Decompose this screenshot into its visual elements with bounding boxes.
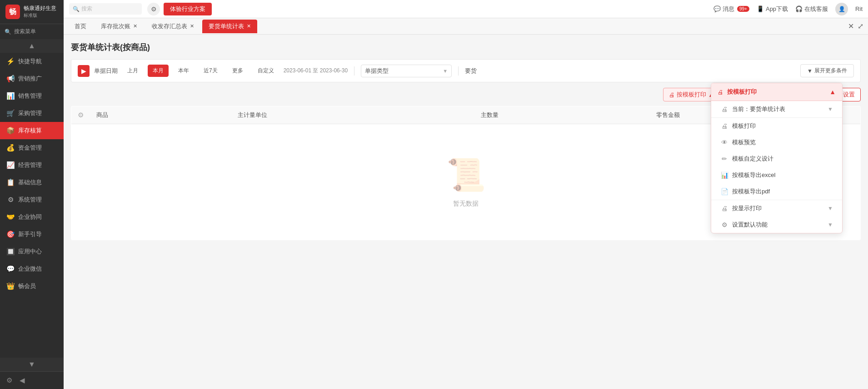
messages-badge: 99+	[737, 6, 749, 12]
table-header-主数量: 主数量	[474, 106, 650, 124]
dropdown-label-模板预览: 模板预览	[732, 138, 756, 147]
tab-收发存汇总表[interactable]: 收发存汇总表 ✕	[145, 20, 200, 33]
order-type-select[interactable]: 单据类型 ▼	[361, 65, 452, 77]
online-service-button[interactable]: 🎧 在线客服	[795, 5, 828, 13]
nav-icon-畅会员: 👑	[6, 282, 15, 290]
filter-expand-button[interactable]: ▶	[78, 65, 90, 77]
dropdown-label-按模板导出excel: 按模板导出excel	[732, 171, 775, 179]
date-filter-label: 单据日期	[94, 67, 118, 75]
avatar[interactable]: 👤	[835, 3, 848, 15]
dropdown-item-设置默认功能[interactable]: ⚙ 设置默认功能 ▼	[711, 217, 842, 233]
print-dropdown-panel: 🖨 按模板打印 ▲ 🖨 当前：要货单统计表 ▼ 🖨 模板打印 👁 模板预览 ✏ …	[711, 83, 843, 233]
sidebar-item-新手引导[interactable]: 🎯 新手引导	[0, 226, 64, 243]
sidebar: 畅 畅康通好生意 标准版 🔍 搜索菜单 ▲ ⚡ 快捷导航 📢 营销推广 📊 销售…	[0, 0, 64, 389]
sidebar-scroll-up[interactable]: ▲	[0, 39, 64, 53]
dropdown-label-设置默认功能: 设置默认功能	[732, 221, 768, 229]
date-btn-本月[interactable]: 本月	[148, 65, 169, 77]
sidebar-item-营销推广[interactable]: 📢 营销推广	[0, 70, 64, 87]
tab-库存批次账[interactable]: 库存批次账 ✕	[95, 20, 144, 33]
messages-label: 消息	[723, 5, 734, 13]
sidebar-search-label: 搜索菜单	[14, 28, 36, 35]
sidebar-item-采购管理[interactable]: 🛒 采购管理	[0, 105, 64, 122]
messages-button[interactable]: 💬 消息 99+	[713, 5, 749, 13]
print-template-label: 按模板打印	[677, 91, 706, 99]
expand-label: 展开更多条件	[814, 67, 847, 75]
dropdown-icon-模板预览: 👁	[720, 139, 728, 146]
dropdown-item-按显示打印[interactable]: 🖨 按显示打印 ▼	[711, 200, 842, 217]
sidebar-item-快捷导航[interactable]: ⚡ 快捷导航	[0, 53, 64, 70]
page-content: 要货单统计表(按商品) ▶ 单据日期 上月 本月 本年 近7天 更多 自定义 2…	[64, 35, 868, 389]
nav-icon-资金管理: 💰	[6, 144, 15, 152]
nav-icon-库存核算: 📦	[6, 126, 15, 135]
collapse-icon[interactable]: ◀	[20, 376, 25, 384]
empty-illustration: 📜	[446, 156, 486, 193]
date-btn-本年[interactable]: 本年	[173, 65, 194, 77]
sidebar-item-企业微信[interactable]: 💬 企业微信	[0, 260, 64, 278]
avatar-placeholder: 👤	[838, 6, 845, 12]
sidebar-item-应用中心[interactable]: 🔲 应用中心	[0, 243, 64, 260]
trial-button[interactable]: 体验行业方案	[164, 3, 212, 15]
filter-row-1: ▶ 单据日期 上月 本月 本年 近7天 更多 自定义 2023-06-01 至 …	[78, 64, 854, 77]
date-btn-自定义[interactable]: 自定义	[253, 65, 279, 77]
tab-首页[interactable]: 首页	[68, 20, 93, 33]
dropdown-current-icon: 🖨	[720, 106, 728, 113]
app-download-button[interactable]: 📱 App下载	[757, 5, 788, 13]
sidebar-search[interactable]: 🔍 搜索菜单	[0, 24, 64, 39]
date-btn-更多[interactable]: 更多	[227, 65, 248, 77]
main-content: 🔍 搜索 ⚙ 体验行业方案 💬 消息 99+ 📱 App下载 🎧 在线客服 👤	[64, 0, 868, 389]
nav-label-经营管理: 经营管理	[18, 161, 42, 169]
dropdown-item-按模板导出excel[interactable]: 📊 按模板导出excel	[711, 167, 842, 183]
dropdown-item-模板预览[interactable]: 👁 模板预览	[711, 134, 842, 151]
sidebar-item-销售管理[interactable]: 📊 销售管理	[0, 87, 64, 105]
dropdown-item-模板打印[interactable]: 🖨 模板打印	[711, 118, 842, 134]
nav-label-快捷导航: 快捷导航	[18, 57, 42, 66]
online-service-label: 在线客服	[804, 5, 828, 13]
tab-expand-icon[interactable]: ⤢	[858, 22, 863, 30]
sidebar-item-资金管理[interactable]: 💰 资金管理	[0, 139, 64, 157]
tab-close-window-icon[interactable]: ✕	[848, 22, 854, 30]
dropdown-icon-设置默认功能: ⚙	[720, 221, 728, 228]
yaohuo-filter-label: 要货	[465, 67, 477, 75]
nav-label-新手引导: 新手引导	[18, 230, 42, 238]
tab-close-库存批次账[interactable]: ✕	[133, 23, 137, 29]
dropdown-label-模板自定义设计: 模板自定义设计	[732, 155, 773, 163]
filter-divider-2	[458, 66, 459, 76]
headset-icon: 🎧	[795, 5, 803, 12]
sidebar-scroll-down[interactable]: ▼	[0, 358, 64, 371]
user-name: Rit	[855, 5, 863, 12]
date-btn-上月[interactable]: 上月	[122, 65, 143, 77]
tab-close-要货单统计表[interactable]: ✕	[247, 23, 251, 29]
dropdown-item-current[interactable]: 🖨 当前：要货单统计表 ▼	[711, 101, 842, 117]
sidebar-item-畅会员[interactable]: 👑 畅会员	[0, 278, 64, 295]
sidebar-item-库存核算[interactable]: 📦 库存核算	[0, 122, 64, 139]
sidebar-item-系统管理[interactable]: ⚙ 系统管理	[0, 191, 64, 208]
dropdown-icon-按模板导出pdf: 📄	[720, 188, 728, 195]
sidebar-item-企业协同[interactable]: 🤝 企业协同	[0, 208, 64, 226]
topbar-search[interactable]: 🔍 搜索	[69, 3, 142, 15]
sidebar-item-基础信息[interactable]: 📋 基础信息	[0, 174, 64, 191]
tab-要货单统计表[interactable]: 要货单统计表 ✕	[202, 20, 257, 33]
nav-icon-采购管理: 🛒	[6, 109, 15, 117]
dropdown-icon-按显示打印: 🖨	[720, 205, 728, 212]
topbar: 🔍 搜索 ⚙ 体验行业方案 💬 消息 99+ 📱 App下载 🎧 在线客服 👤	[64, 0, 868, 18]
filter-divider-1	[354, 66, 354, 76]
sidebar-item-经营管理[interactable]: 📈 经营管理	[0, 157, 64, 174]
dropdown-item-按模板导出pdf[interactable]: 📄 按模板导出pdf	[711, 183, 842, 200]
dropdown-label-模板打印: 模板打印	[732, 122, 756, 130]
tab-close-收发存汇总表[interactable]: ✕	[190, 23, 194, 29]
table-settings-icon[interactable]: ⚙	[78, 111, 84, 119]
dropdown-item-模板自定义设计[interactable]: ✏ 模板自定义设计	[711, 151, 842, 167]
expand-conditions-button[interactable]: ▼ 展开更多条件	[800, 64, 854, 77]
dropdown-icon-模板打印: 🖨	[720, 122, 728, 130]
sidebar-nav: ⚡ 快捷导航 📢 营销推广 📊 销售管理 🛒 采购管理 📦 库存核算 💰 资金管…	[0, 53, 64, 358]
nav-label-库存核算: 库存核算	[18, 126, 42, 135]
nav-icon-快捷导航: ⚡	[6, 57, 15, 66]
nav-label-应用中心: 应用中心	[18, 248, 42, 256]
topbar-gear-button[interactable]: ⚙	[147, 3, 160, 15]
dropdown-label-按显示打印: 按显示打印	[732, 204, 762, 212]
date-btn-近7天[interactable]: 近7天	[199, 65, 223, 77]
nav-label-资金管理: 资金管理	[18, 144, 42, 152]
settings-icon[interactable]: ⚙	[6, 376, 12, 384]
app-badge: 标准版	[24, 12, 56, 19]
dropdown-close-icon[interactable]: ▲	[829, 88, 836, 96]
